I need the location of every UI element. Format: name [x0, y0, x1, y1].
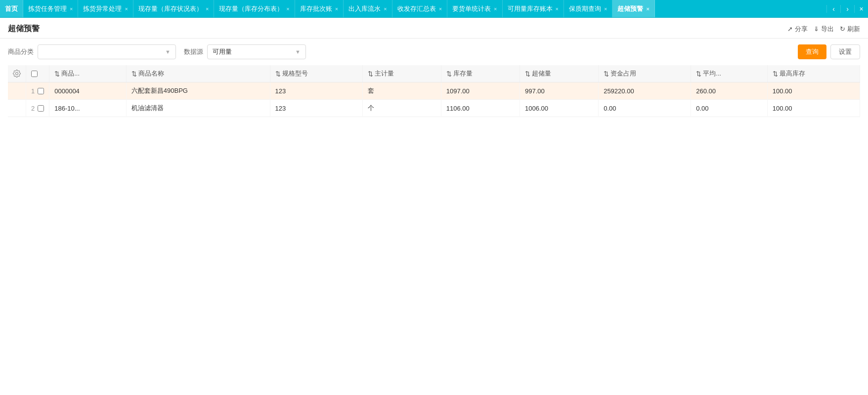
select-all-checkbox[interactable] — [31, 71, 38, 77]
col-checkbox — [26, 65, 49, 82]
cell-avg: 260.00 — [691, 82, 768, 100]
col-stock-label: 库存量 — [453, 69, 473, 78]
nav-tab-close[interactable]: × — [494, 6, 497, 12]
col-unit[interactable]: ⇅ 主计量 — [362, 65, 441, 82]
refresh-icon: ↻ — [840, 25, 845, 33]
nav-tab-tab8[interactable]: 要货单统计表× — [447, 0, 502, 17]
nav-tab-close[interactable]: × — [286, 6, 289, 12]
row-checkbox-cell: 2 — [26, 100, 49, 117]
col-spec-label: 规格型号 — [282, 69, 308, 78]
cell-stock: 1097.00 — [441, 82, 520, 100]
refresh-button[interactable]: ↻ 刷新 — [840, 25, 860, 34]
nav-tab-tab3[interactable]: 现存量（库存状况表）× — [133, 0, 214, 17]
header-actions: ➚ 分享 ⇓ 导出 ↻ 刷新 — [787, 25, 860, 34]
nav-tab-label: 库存批次账 — [300, 4, 332, 13]
col-goods-code[interactable]: ⇅ 商品... — [49, 65, 127, 82]
nav-tab-label: 现存量（库存分布表） — [219, 4, 283, 13]
nav-tab-tab6[interactable]: 出入库流水× — [344, 0, 392, 17]
nav-tab-close[interactable]: × — [335, 6, 338, 12]
nav-tab-tab7[interactable]: 收发存汇总表× — [392, 0, 447, 17]
col-over-stock-label: 超储量 — [532, 69, 551, 78]
table-header-row: ⇅ 商品... ⇅ 商品名称 ⇅ 规格型号 — [8, 65, 860, 82]
col-capital-use-label: 资金占用 — [610, 69, 636, 78]
nav-tab-tab9[interactable]: 可用量库存账本× — [503, 0, 564, 17]
nav-close-arrow[interactable]: × — [854, 5, 868, 13]
col-over-stock[interactable]: ⇅ 超储量 — [520, 65, 598, 82]
cell-unit: 套 — [362, 82, 441, 100]
filter-bar: 商品分类 ▼ 数据源 可用量 ▼ 查询 设置 — [0, 39, 868, 65]
category-select[interactable]: ▼ — [38, 44, 176, 59]
nav-tab-close[interactable]: × — [125, 6, 128, 12]
nav-tab-tab11[interactable]: 超储预警× — [612, 0, 654, 17]
export-icon: ⇓ — [814, 25, 819, 33]
col-avg-label: 平均... — [703, 69, 721, 78]
col-avg[interactable]: ⇅ 平均... — [691, 65, 768, 82]
datasource-dropdown-icon: ▼ — [295, 49, 301, 55]
nav-tab-close[interactable]: × — [206, 6, 209, 12]
nav-tab-label: 要货单统计表 — [452, 4, 491, 13]
nav-tab-label: 现存量（库存状况表） — [138, 4, 203, 13]
nav-tab-close[interactable]: × — [604, 6, 607, 12]
table-row: 2 186-10... 机油滤清器 123 个 1106.00 1006.00 … — [8, 100, 860, 117]
refresh-label: 刷新 — [847, 25, 860, 34]
col-goods-name[interactable]: ⇅ 商品名称 — [126, 65, 270, 82]
datasource-value: 可用量 — [213, 47, 232, 56]
export-button[interactable]: ⇓ 导出 — [814, 25, 834, 34]
col-max-stock[interactable]: ⇅ 最高库存 — [767, 65, 860, 82]
nav-tab-close[interactable]: × — [70, 6, 73, 12]
export-label: 导出 — [821, 25, 834, 34]
nav-tab-close[interactable]: × — [439, 6, 442, 12]
cell-capital-use: 0.00 — [599, 100, 691, 117]
col-stock[interactable]: ⇅ 库存量 — [441, 65, 520, 82]
nav-home[interactable]: 首页 — [0, 0, 23, 17]
col-max-stock-label: 最高库存 — [780, 69, 805, 78]
category-filter: 商品分类 ▼ — [8, 44, 176, 59]
col-unit-label: 主计量 — [375, 69, 394, 78]
col-spec[interactable]: ⇅ 规格型号 — [270, 65, 362, 82]
row-checkbox-cell: 1 — [26, 82, 49, 100]
category-dropdown-icon: ▼ — [165, 49, 171, 55]
nav-tab-tab4[interactable]: 现存量（库存分布表）× — [214, 0, 295, 17]
cell-max-stock: 100.00 — [767, 100, 860, 117]
cell-max-stock: 100.00 — [767, 82, 860, 100]
row-number: 2 — [31, 105, 35, 112]
data-table: ⇅ 商品... ⇅ 商品名称 ⇅ 规格型号 — [8, 65, 860, 117]
datasource-filter: 数据源 可用量 ▼ — [184, 44, 306, 59]
datasource-select[interactable]: 可用量 ▼ — [207, 44, 306, 59]
nav-tab-tab5[interactable]: 库存批次账× — [295, 0, 344, 17]
nav-tab-close[interactable]: × — [384, 6, 387, 12]
nav-tab-close[interactable]: × — [646, 6, 649, 12]
row-checkbox[interactable] — [38, 105, 44, 112]
query-button[interactable]: 查询 — [798, 44, 826, 59]
top-nav: 首页 拣货任务管理×拣货异常处理×现存量（库存状况表）×现存量（库存分布表）×库… — [0, 0, 868, 18]
settings-icon[interactable] — [13, 70, 21, 78]
row-actions-cell — [8, 82, 26, 100]
cell-capital-use: 259220.00 — [599, 82, 691, 100]
row-number: 1 — [31, 87, 35, 95]
col-capital-use[interactable]: ⇅ 资金占用 — [599, 65, 691, 82]
row-checkbox[interactable] — [38, 88, 44, 94]
nav-tab-tab10[interactable]: 保质期查询× — [564, 0, 612, 17]
nav-tab-label: 可用量库存账本 — [508, 4, 553, 13]
nav-tab-label: 拣货任务管理 — [28, 4, 67, 13]
share-label: 分享 — [795, 25, 808, 34]
nav-next-arrow[interactable]: › — [840, 5, 854, 13]
settings-button[interactable]: 设置 — [830, 44, 860, 59]
nav-tab-label: 超储预警 — [617, 4, 643, 13]
nav-tab-tab2[interactable]: 拣货异常处理× — [78, 0, 133, 17]
nav-tab-close[interactable]: × — [556, 6, 559, 12]
page-container: 超储预警 ➚ 分享 ⇓ 导出 ↻ 刷新 商品分类 ▼ 数据源 — [0, 18, 868, 395]
cell-avg: 0.00 — [691, 100, 768, 117]
nav-prev-arrow[interactable]: ‹ — [826, 5, 840, 13]
filter-buttons: 查询 设置 — [798, 44, 860, 59]
cell-spec: 123 — [270, 100, 362, 117]
table-wrapper: ⇅ 商品... ⇅ 商品名称 ⇅ 规格型号 — [0, 65, 868, 117]
share-button[interactable]: ➚ 分享 — [787, 25, 808, 34]
nav-home-label: 首页 — [5, 4, 18, 13]
cell-goods-code: 0000004 — [49, 82, 127, 100]
nav-tab-tab1[interactable]: 拣货任务管理× — [23, 0, 78, 17]
cell-stock: 1106.00 — [441, 100, 520, 117]
row-actions-cell — [8, 100, 26, 117]
cell-over-stock: 997.00 — [520, 82, 598, 100]
nav-tab-label: 拣货异常处理 — [83, 4, 122, 13]
